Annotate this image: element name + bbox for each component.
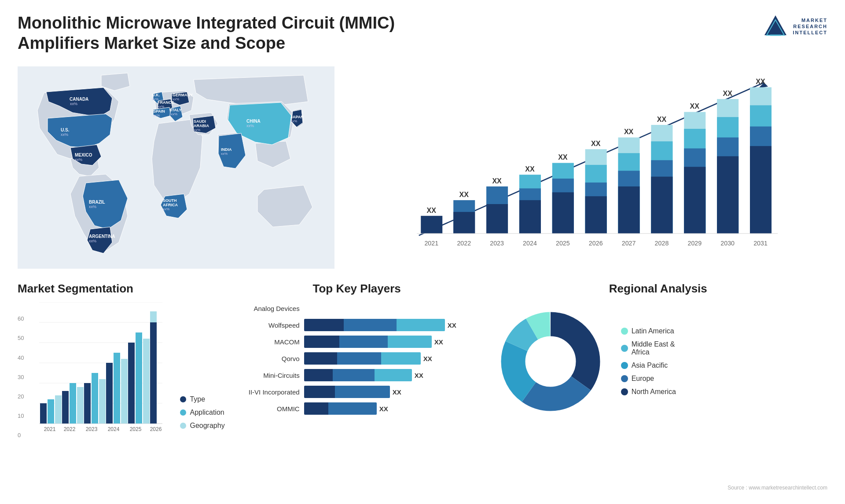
germany-label: GERMANY: [173, 93, 193, 97]
svg-rect-94: [77, 387, 84, 424]
page-container: Monolithic Microwave Integrated Circuit …: [0, 0, 845, 504]
player-bar-wolfspeed: XX: [304, 319, 480, 331]
svg-text:2027: 2027: [622, 240, 636, 247]
legend-geography: Geography: [180, 422, 224, 430]
svg-rect-92: [62, 391, 69, 424]
svg-text:2024: 2024: [523, 240, 537, 247]
reg-legend-apac: Asia Pacific: [621, 362, 676, 369]
svg-rect-105: [136, 332, 142, 424]
y-label-40: 40: [18, 354, 24, 361]
svg-rect-23: [421, 216, 442, 234]
svg-text:XX: XX: [723, 89, 733, 97]
player-bar-iivi: XX: [304, 386, 480, 398]
svg-text:XX: XX: [624, 128, 634, 136]
player-bar-ommic: XX: [304, 402, 480, 415]
svg-rect-100: [106, 363, 113, 424]
seg-bars-svg: 2021 2022 2023: [39, 302, 162, 438]
svg-rect-88: [40, 403, 47, 424]
market-segmentation: Market Segmentation 60 50 40 30 20 10 0: [18, 282, 225, 491]
regional-section: Regional Analysis: [489, 282, 827, 491]
player-bar-analog: [304, 302, 480, 314]
legend-app-label: Application: [190, 409, 224, 416]
svg-text:2029: 2029: [687, 240, 702, 247]
player-qorvo: Qorvo XX: [234, 352, 480, 365]
argentina-label: ARGENTINA: [89, 234, 115, 239]
reg-legend-latin: Latin America: [621, 327, 676, 335]
svg-rect-71: [717, 156, 738, 234]
svg-text:xx%: xx%: [173, 97, 179, 101]
seg-legend: Type Application Geography: [180, 395, 224, 438]
svg-text:xx%: xx%: [89, 205, 96, 209]
svg-rect-31: [486, 204, 508, 234]
na-dot: [621, 388, 628, 395]
svg-text:XX: XX: [756, 77, 765, 85]
legend-geo-dot: [180, 423, 186, 429]
svg-text:ARABIA: ARABIA: [194, 124, 209, 128]
donut-svg: [489, 300, 612, 423]
mexico-label: MEXICO: [75, 153, 92, 157]
svg-text:xx%: xx%: [70, 102, 77, 106]
y-label-60: 60: [18, 315, 24, 322]
logo-line1: MARKET: [793, 17, 828, 23]
svg-rect-53: [618, 186, 640, 234]
player-xx-ommic: XX: [379, 405, 388, 413]
bottom-section: Market Segmentation 60 50 40 30 20 10 0: [18, 282, 827, 491]
page-title: Monolithic Microwave Integrated Circuit …: [18, 13, 414, 53]
logo-text: MARKET RESEARCH INTELLECT: [793, 17, 828, 36]
spain-label: SPAIN: [153, 109, 165, 113]
player-name-analog: Analog Devices: [234, 305, 300, 312]
player-name-macom: MACOM: [234, 338, 300, 346]
top-section: CANADA xx% U.S. xx% MEXICO xx% BRAZIL xx…: [18, 62, 827, 273]
legend-type-dot: [180, 396, 186, 402]
saudi-label: SAUDI: [194, 119, 206, 124]
svg-rect-98: [99, 379, 106, 424]
europe-label: Europe: [632, 375, 654, 383]
svg-text:xx%: xx%: [163, 207, 169, 211]
player-name-wolfspeed: Wolfspeed: [234, 321, 300, 329]
svg-text:2025: 2025: [130, 426, 142, 432]
svg-rect-90: [55, 395, 62, 424]
reg-legend-europe: Europe: [621, 375, 676, 383]
legend-app-dot: [180, 409, 186, 416]
apac-label: Asia Pacific: [632, 362, 668, 369]
regional-title: Regional Analysis: [489, 282, 827, 296]
svg-rect-89: [48, 399, 54, 424]
player-bar-qorvo: XX: [304, 352, 480, 365]
svg-rect-65: [684, 167, 705, 234]
y-label-20: 20: [18, 393, 24, 400]
india-label: INDIA: [221, 147, 232, 152]
regional-analysis: Regional Analysis: [489, 282, 827, 481]
svg-rect-111: [150, 322, 157, 424]
reg-legend-mea: Middle East &Africa: [621, 340, 676, 356]
svg-text:XX: XX: [525, 165, 535, 173]
svg-text:2026: 2026: [150, 426, 162, 432]
svg-rect-36: [519, 200, 541, 234]
player-iivi: II-VI Incorporated XX: [234, 386, 480, 398]
latin-label: Latin America: [632, 327, 674, 335]
svg-text:2025: 2025: [556, 240, 570, 247]
regional-inner: Latin America Middle East &Africa Asia P…: [489, 300, 827, 423]
svg-text:xx%: xx%: [153, 113, 160, 117]
player-bar-macom: XX: [304, 336, 480, 348]
donut-chart: [489, 300, 612, 423]
seg-y-axis: 60 50 40 30 20 10 0: [18, 315, 24, 438]
player-name-iivi: II-VI Incorporated: [234, 388, 300, 396]
legend-application: Application: [180, 409, 224, 416]
svg-text:xx%: xx%: [290, 119, 297, 123]
player-xx-mini: XX: [415, 372, 423, 379]
mea-dot: [621, 345, 628, 352]
france-label: FRANCE: [158, 100, 174, 105]
legend-type-label: Type: [190, 395, 205, 403]
svg-rect-47: [585, 196, 607, 234]
player-name-mini: Mini-Circuits: [234, 372, 300, 379]
logo-line3: INTELLECT: [793, 29, 828, 36]
italy-label: ITALY: [171, 108, 182, 112]
regional-legend: Latin America Middle East &Africa Asia P…: [621, 327, 676, 396]
player-ommic: OMMIC XX: [234, 402, 480, 415]
svg-text:XX: XX: [427, 206, 437, 214]
svg-rect-97: [92, 373, 98, 424]
svg-text:xx%: xx%: [194, 128, 200, 132]
source-text: Source : www.marketresearchintellect.com: [489, 485, 827, 491]
segmentation-title: Market Segmentation: [18, 282, 225, 296]
svg-rect-59: [651, 177, 672, 234]
